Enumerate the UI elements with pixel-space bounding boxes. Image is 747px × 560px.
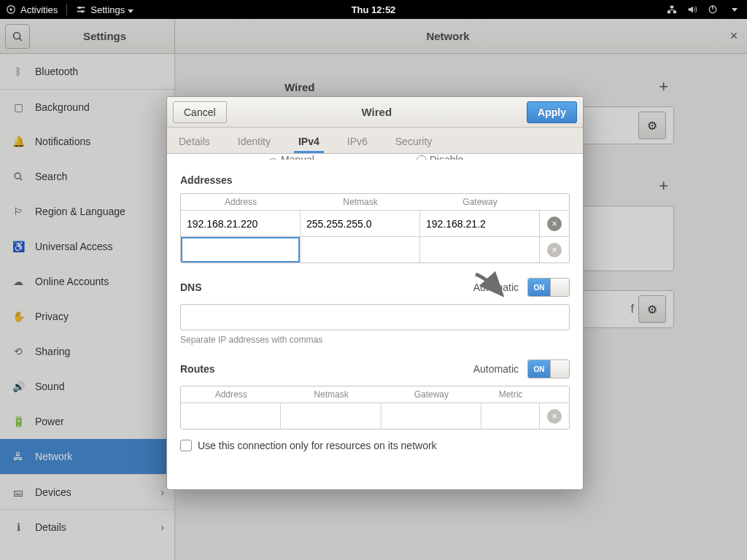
toggle-on-label: ON xyxy=(528,279,550,296)
close-icon: × xyxy=(551,244,557,255)
dialog-tabs: Details Identity IPv4 IPv6 Security xyxy=(167,128,583,154)
remove-row-button-0[interactable]: × xyxy=(547,217,562,231)
svg-point-5 xyxy=(81,10,84,13)
tab-ipv4[interactable]: IPv4 xyxy=(294,136,324,153)
tab-details[interactable]: Details xyxy=(174,136,214,153)
ipv4-method-manual[interactable]: Manual xyxy=(268,154,314,160)
tab-identity[interactable]: Identity xyxy=(233,136,275,153)
netmask-input-1[interactable] xyxy=(301,236,420,262)
routes-heading: Routes xyxy=(180,363,214,375)
col-netmask: Netmask xyxy=(281,386,381,402)
col-metric: Metric xyxy=(481,386,540,402)
netmask-input-0[interactable] xyxy=(301,210,420,236)
dialog-header: Cancel Wired Apply xyxy=(167,97,583,128)
app-menu-button[interactable]: Settings xyxy=(90,4,133,15)
radio-label: Manual xyxy=(281,154,314,160)
radio-icon xyxy=(417,155,427,160)
svg-rect-6 xyxy=(667,11,670,14)
connection-editor-dialog: Cancel Wired Apply Details Identity IPv4… xyxy=(166,96,584,490)
tab-ipv6[interactable]: IPv6 xyxy=(343,136,372,153)
routes-automatic-label: Automatic xyxy=(473,363,519,375)
radio-label: Disable xyxy=(430,154,464,160)
routes-automatic-toggle[interactable]: ON xyxy=(527,359,570,378)
cancel-button[interactable]: Cancel xyxy=(173,101,227,123)
close-icon: × xyxy=(551,218,557,229)
col-address: Address xyxy=(181,194,301,210)
network-status-icon[interactable] xyxy=(667,4,677,15)
svg-rect-10 xyxy=(712,5,713,9)
remove-row-button-1[interactable]: × xyxy=(547,243,562,257)
tab-security[interactable]: Security xyxy=(391,136,437,153)
remove-route-button-0[interactable]: × xyxy=(547,409,562,424)
col-gateway: Gateway xyxy=(382,386,481,402)
local-only-checkbox[interactable] xyxy=(180,440,192,451)
addresses-table: Address Netmask Gateway × × xyxy=(180,193,570,263)
toggle-knob-icon xyxy=(550,360,569,378)
power-icon[interactable] xyxy=(708,4,718,15)
col-gateway: Gateway xyxy=(420,194,540,210)
toggle-knob-icon xyxy=(550,279,569,296)
settings-app-icon xyxy=(76,4,86,15)
address-input-1[interactable] xyxy=(181,236,301,262)
col-netmask: Netmask xyxy=(301,194,420,210)
svg-rect-8 xyxy=(670,6,673,9)
dns-automatic-toggle[interactable]: ON xyxy=(527,278,570,297)
svg-point-4 xyxy=(79,7,82,9)
dns-heading: DNS xyxy=(180,281,202,293)
svg-point-1 xyxy=(9,8,12,11)
local-only-label: Use this connection only for resources o… xyxy=(198,440,437,451)
gateway-input-1[interactable] xyxy=(420,236,540,262)
address-input-0[interactable] xyxy=(181,210,301,236)
activities-button[interactable]: Activities xyxy=(20,4,58,15)
svg-rect-7 xyxy=(673,11,676,14)
volume-icon[interactable] xyxy=(687,4,697,15)
radio-selected-icon xyxy=(268,158,278,160)
route-metric-input-0[interactable] xyxy=(481,402,540,429)
dns-servers-input[interactable] xyxy=(180,304,570,330)
gnome-top-bar: Activities Settings Thu 12:52 xyxy=(0,0,747,19)
clock[interactable]: Thu 12:52 xyxy=(352,4,396,15)
activities-icon xyxy=(6,4,16,15)
addresses-heading: Addresses xyxy=(180,174,570,186)
col-address: Address xyxy=(181,386,281,402)
dns-automatic-label: Automatic xyxy=(473,281,519,293)
route-gateway-input-0[interactable] xyxy=(382,402,481,429)
ipv4-method-disable[interactable]: Disable xyxy=(417,154,464,160)
close-icon: × xyxy=(551,411,557,421)
route-netmask-input-0[interactable] xyxy=(281,402,381,429)
route-address-input-0[interactable] xyxy=(181,402,281,429)
apply-button[interactable]: Apply xyxy=(527,101,577,123)
routes-table: Address Netmask Gateway Metric × xyxy=(180,386,570,429)
system-menu-caret-icon[interactable] xyxy=(728,4,738,15)
dialog-title: Wired xyxy=(227,106,527,118)
dns-helper-text: Separate IP addresses with commas xyxy=(180,335,570,345)
gateway-input-0[interactable] xyxy=(420,210,540,236)
toggle-on-label: ON xyxy=(528,360,550,378)
